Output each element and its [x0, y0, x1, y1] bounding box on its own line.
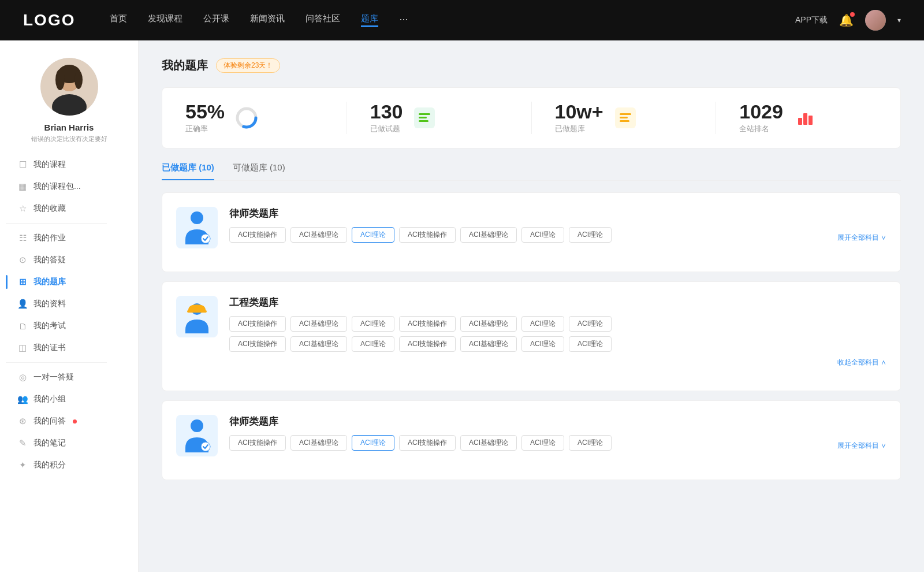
page-layout: Brian Harris 错误的决定比没有决定要好 ☐ 我的课程 ▦ 我的课程包…: [0, 40, 924, 572]
nav-open-course[interactable]: 公开课: [203, 13, 229, 27]
sidebar-item-profile[interactable]: 👤 我的资料: [6, 293, 132, 315]
chevron-down-icon[interactable]: ▾: [897, 16, 901, 24]
tag-1-2[interactable]: ACI理论: [352, 227, 394, 243]
tag-2-2[interactable]: ACI理论: [352, 316, 394, 332]
tag-2-4[interactable]: ACI基础理论: [460, 316, 517, 332]
avatar-image: [865, 10, 886, 31]
tags-row-2b: ACI技能操作 ACI基础理论 ACI理论 ACI技能操作 ACI基础理论 AC…: [229, 336, 886, 352]
nav-discover[interactable]: 发现课程: [148, 13, 182, 27]
sidebar-item-label: 我的收藏: [33, 203, 66, 214]
tag-3-0[interactable]: ACI技能操作: [229, 435, 286, 451]
tag-1-0[interactable]: ACI技能操作: [229, 227, 286, 243]
stat-accuracy-value: 55%: [185, 102, 225, 121]
page-title: 我的题库: [162, 58, 208, 73]
sidebar-item-question-bank[interactable]: ⊞ 我的题库: [6, 271, 132, 293]
app-download-button[interactable]: APP下载: [795, 15, 828, 25]
tag-2b-0[interactable]: ACI技能操作: [229, 336, 286, 352]
tag-3-2[interactable]: ACI理论: [352, 435, 394, 451]
nav-more[interactable]: ···: [399, 13, 408, 27]
tag-2-3[interactable]: ACI技能操作: [399, 316, 456, 332]
nav-home[interactable]: 首页: [110, 13, 127, 27]
tag-2b-3[interactable]: ACI技能操作: [399, 336, 456, 352]
engineer-bank-icon: [176, 296, 218, 337]
qbank-title-3: 律师类题库: [229, 415, 886, 428]
tag-1-6[interactable]: ACI理论: [569, 227, 612, 243]
qbank-card-engineer: 工程类题库 ACI技能操作 ACI基础理论 ACI理论 ACI技能操作 ACI基…: [162, 281, 901, 391]
sidebar-item-qa[interactable]: ⊙ 我的答疑: [6, 249, 132, 271]
tab-done-banks[interactable]: 已做题库 (10): [162, 162, 214, 180]
main-content: 我的题库 体验剩余23天！ 55% 正确率: [139, 40, 924, 572]
tag-2-6[interactable]: ACI理论: [569, 316, 612, 332]
sidebar-item-questions[interactable]: ⊛ 我的问答: [6, 410, 132, 432]
sidebar-item-one-on-one[interactable]: ◎ 一对一答疑: [6, 366, 132, 388]
tag-3-5[interactable]: ACI理论: [521, 435, 564, 451]
svg-rect-15: [620, 117, 628, 118]
tag-3-3[interactable]: ACI技能操作: [399, 435, 456, 451]
avatar[interactable]: [865, 10, 886, 31]
sidebar-item-course-package[interactable]: ▦ 我的课程包...: [6, 176, 132, 198]
page-header: 我的题库 体验剩余23天！: [162, 58, 901, 73]
notification-bell-icon[interactable]: 🔔: [839, 13, 854, 27]
tag-2-1[interactable]: ACI基础理论: [290, 316, 347, 332]
sidebar-item-certificate[interactable]: ◫ 我的证书: [6, 337, 132, 359]
expand-link-3[interactable]: 展开全部科目 ∨: [837, 441, 886, 451]
bar-chart-icon: ▦: [17, 181, 28, 192]
qbank-card-content-3: 律师类题库 ACI技能操作 ACI基础理论 ACI理论 ACI技能操作 ACI基…: [229, 415, 886, 451]
tag-3-1[interactable]: ACI基础理论: [290, 435, 347, 451]
svg-point-25: [201, 442, 210, 451]
expand-link-1[interactable]: 展开全部科目 ∨: [837, 233, 886, 243]
sidebar-item-points[interactable]: ✦ 我的积分: [6, 454, 132, 476]
svg-point-5: [55, 69, 65, 90]
nav-questionbank[interactable]: 题库: [361, 13, 378, 27]
star-icon: ☆: [17, 203, 28, 214]
nav-qa[interactable]: 问答社区: [305, 13, 340, 27]
tag-2b-5[interactable]: ACI理论: [521, 336, 564, 352]
tag-2b-2[interactable]: ACI理论: [352, 336, 394, 352]
tag-2-5[interactable]: ACI理论: [521, 316, 564, 332]
tag-2b-4[interactable]: ACI基础理论: [460, 336, 517, 352]
badge-dot: [73, 419, 77, 424]
tag-1-1[interactable]: ACI基础理论: [290, 227, 347, 243]
tag-1-3[interactable]: ACI技能操作: [399, 227, 456, 243]
svg-rect-16: [620, 120, 629, 122]
stat-accuracy: 55% 正确率: [162, 102, 347, 134]
tag-1-5[interactable]: ACI理论: [521, 227, 564, 243]
tag-1-4[interactable]: ACI基础理论: [460, 227, 517, 243]
sidebar-item-group[interactable]: 👥 我的小组: [6, 388, 132, 410]
trial-badge: 体验剩余23天！: [216, 58, 280, 73]
sidebar-item-favorites[interactable]: ☆ 我的收藏: [6, 198, 132, 220]
sidebar-item-homework[interactable]: ☷ 我的作业: [6, 227, 132, 249]
tag-2b-1[interactable]: ACI基础理论: [290, 336, 347, 352]
tag-2-0[interactable]: ACI技能操作: [229, 316, 286, 332]
tag-3-4[interactable]: ACI基础理论: [460, 435, 517, 451]
note-icon: ✎: [17, 438, 28, 448]
svg-point-6: [74, 70, 83, 89]
tags-row-3: ACI技能操作 ACI基础理论 ACI理论 ACI技能操作 ACI基础理论 AC…: [229, 435, 886, 451]
nav-news[interactable]: 新闻资讯: [250, 13, 285, 27]
tag-2b-6[interactable]: ACI理论: [569, 336, 612, 352]
sidebar-item-notes[interactable]: ✎ 我的笔记: [6, 432, 132, 454]
stat-done-banks-text: 10w+ 已做题库: [555, 102, 603, 134]
tab-available-banks[interactable]: 可做题库 (10): [233, 162, 285, 180]
certificate-icon: ◫: [17, 343, 28, 353]
sidebar-item-exam[interactable]: 🗋 我的考试: [6, 315, 132, 337]
sidebar-item-label: 我的题库: [33, 277, 66, 287]
svg-rect-18: [803, 113, 807, 125]
collapse-link-2[interactable]: 收起全部科目 ∧: [837, 358, 886, 366]
group-icon: 👥: [17, 394, 28, 404]
sidebar-item-label: 我的答疑: [33, 255, 66, 265]
svg-rect-23: [187, 310, 207, 313]
sidebar-divider-1: [6, 223, 107, 224]
sidebar-motto: 错误的决定比没有决定要好: [31, 135, 107, 143]
qbank-card-lawyer-2: 律师类题库 ACI技能操作 ACI基础理论 ACI理论 ACI技能操作 ACI基…: [162, 400, 901, 480]
notification-dot: [850, 12, 855, 17]
stat-done-questions-label: 已做试题: [370, 124, 403, 134]
stat-done-questions: 130 已做试题: [347, 102, 532, 134]
sidebar-item-label: 我的课程: [33, 159, 66, 170]
svg-point-21: [201, 234, 210, 243]
sidebar-item-my-course[interactable]: ☐ 我的课程: [6, 154, 132, 176]
sidebar: Brian Harris 错误的决定比没有决定要好 ☐ 我的课程 ▦ 我的课程包…: [0, 40, 139, 572]
nav-links: 首页 发现课程 公开课 新闻资讯 问答社区 题库 ···: [110, 13, 795, 27]
stat-rank-text: 1029 全站排名: [739, 102, 783, 134]
tag-3-6[interactable]: ACI理论: [569, 435, 612, 451]
